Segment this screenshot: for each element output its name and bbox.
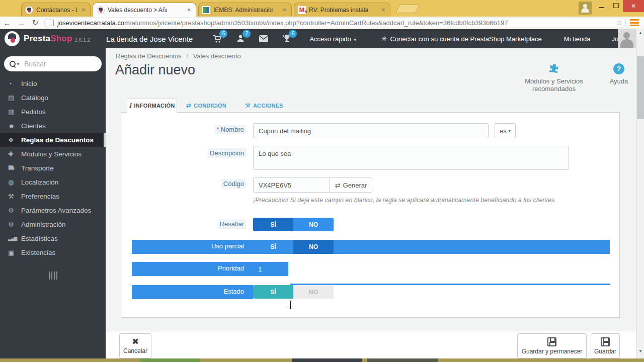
help-link[interactable]: ? Ayuda — [608, 61, 630, 85]
sidebar-item-localizacion[interactable]: ◍Localización — [0, 175, 106, 189]
sidebar-item-label: Administración — [21, 221, 66, 228]
tab-title: IEMBS: Administración: Us — [213, 7, 273, 14]
messages-icon[interactable] — [258, 33, 269, 44]
save-and-stay-button[interactable]: Guardar y permanecer — [517, 333, 587, 358]
browser-tab-contactanos[interactable]: Contáctanos - La tienda d ✕ — [21, 3, 91, 17]
scrollbar-thumb[interactable] — [637, 56, 644, 119]
sidebar-item-existencias[interactable]: ▣Existencias — [0, 245, 106, 259]
shop-name-link[interactable]: La tienda de Jose Vicente — [106, 35, 193, 43]
gear-icon: ⚙ — [8, 221, 21, 228]
nombre-input[interactable] — [253, 123, 489, 138]
window-close-button[interactable]: ✕ — [623, 0, 644, 12]
sidebar-item-administracion[interactable]: ⚙Administración — [0, 217, 106, 231]
breadcrumb-link-reglas[interactable]: Reglas de Descuentos — [116, 52, 182, 60]
estado-no-button[interactable]: NO — [293, 285, 334, 299]
url-text: josevicentecarratala.com/alumnos/jvicent… — [57, 19, 508, 27]
descripcion-label: Descripción — [131, 149, 246, 157]
modules-puzzle-icon: ✚ — [8, 150, 21, 158]
breadcrumb-link-vales[interactable]: Vales descuento — [193, 52, 241, 60]
recommended-modules-link[interactable]: Módulos y Servicios recomendados — [503, 61, 605, 93]
shuffle-icon: ⇄ — [186, 102, 191, 109]
uso-parcial-yes-button[interactable]: SÍ — [253, 240, 293, 254]
sidebar-item-clientes[interactable]: ☻Clientes — [0, 119, 106, 133]
uso-parcial-no-button[interactable]: NO — [293, 240, 334, 254]
descripcion-textarea[interactable]: Lo que sea — [253, 146, 569, 170]
tab-acciones[interactable]: ⚒ACCIONES — [245, 99, 283, 112]
prestashop-favicon-icon — [25, 6, 33, 14]
search-scope-caret-icon[interactable]: ▾ — [17, 62, 19, 66]
tab-close-icon[interactable]: ✕ — [380, 7, 386, 13]
sidebar-item-pedidos[interactable]: ▦Pedidos — [0, 105, 106, 119]
browser-tab-gmail[interactable]: M5 RV: Problemas instalación ✕ — [294, 3, 390, 17]
uso-parcial-switch: SÍ NO — [253, 240, 334, 254]
sidebar-item-estadisticas[interactable]: ▂▄▆Estadísticas — [0, 231, 106, 245]
tab-close-icon[interactable]: ✕ — [282, 7, 288, 13]
marketplace-link[interactable]: ✳Conectar con su cuenta de PrestaShop Ma… — [381, 35, 542, 43]
sidebar-item-label: Parámetros Avanzados — [21, 207, 91, 214]
tab-informacion[interactable]: iINFORMACIÓN — [127, 99, 177, 113]
sidebar-item-catalogo[interactable]: ▤Catálogo — [0, 90, 106, 105]
url-field[interactable]: josevicentecarratala.com/alumnos/jvicent… — [44, 18, 626, 28]
required-asterisk: * — [217, 126, 219, 133]
customers-icon[interactable]: 2 — [235, 33, 246, 44]
sidebar-item-label: Inicio — [21, 80, 37, 87]
dashboard-icon: ◔ — [8, 80, 21, 87]
back-icon[interactable]: ← — [0, 19, 14, 27]
resaltar-no-button[interactable]: NO — [293, 218, 334, 231]
scroll-up-icon[interactable]: ▲ — [636, 29, 644, 37]
scroll-down-icon[interactable]: ▼ — [636, 347, 644, 355]
window-restore-button[interactable] — [609, 0, 623, 11]
codigo-input[interactable] — [253, 177, 330, 193]
sidebar-item-preferencias[interactable]: ⚒Preferencias — [0, 189, 106, 203]
quick-access-menu[interactable]: Acceso rápido▼ — [309, 35, 357, 43]
sidebar-nav: ◔Inicio ▤Catálogo ▦Pedidos ☻Clientes ❖Re… — [0, 76, 106, 259]
search-input[interactable] — [23, 59, 78, 68]
cancel-button[interactable]: ✖ Cancelar — [119, 333, 151, 358]
sidebar-search[interactable]: ▾ — [4, 56, 102, 71]
gears-icon: ⚙ — [8, 207, 21, 214]
browser-tab-vales-descuento[interactable]: Vales descuento > Añadir ✕ — [93, 3, 196, 17]
bookmark-star-icon[interactable]: ☆ — [616, 19, 622, 27]
trophy-icon[interactable]: 6 — [281, 33, 292, 44]
generate-code-button[interactable]: ⇄Generar — [330, 177, 372, 193]
sidebar-item-parametros-avanzados[interactable]: ⚙Parámetros Avanzados — [0, 203, 106, 217]
my-shop-link[interactable]: Mi tienda — [564, 35, 591, 43]
sidebar-item-transporte[interactable]: ⛟Transporte — [0, 161, 106, 175]
browser-tab-iembs[interactable]: IEMBS: Administración: Us ✕ — [198, 3, 292, 17]
tab-close-icon[interactable]: ✕ — [80, 7, 87, 13]
prestashop-logo-icon[interactable] — [5, 31, 20, 46]
language-dropdown[interactable]: es▾ — [495, 123, 516, 138]
prioridad-label: Prioridad — [131, 264, 246, 272]
form-footer-bar: ✖ Cancelar Guardar y permanecer Guardar — [106, 331, 636, 358]
estado-yes-button[interactable]: SÍ — [253, 285, 293, 299]
resaltar-yes-button[interactable]: SÍ — [253, 218, 293, 231]
estado-selection-line — [290, 284, 610, 285]
user-avatar[interactable] — [618, 29, 636, 48]
prioridad-input[interactable]: 1 — [253, 262, 288, 276]
browser-menu-icon[interactable] — [629, 18, 640, 27]
sidebar-item-modulos[interactable]: ✚Módulos y Servicios — [0, 147, 106, 161]
info-icon: i — [129, 102, 132, 109]
reload-icon[interactable]: ↻ — [28, 18, 42, 27]
new-tab-button[interactable] — [395, 5, 420, 13]
cart-icon[interactable]: 6 — [212, 33, 223, 44]
gmail-favicon-icon: M5 — [298, 6, 306, 14]
save-button[interactable]: Guardar — [591, 333, 620, 358]
browser-tabstrip: Contáctanos - La tienda d ✕ Vales descue… — [0, 0, 644, 17]
customers-group-icon: ☻ — [8, 122, 21, 130]
sidebar-item-inicio[interactable]: ◔Inicio — [0, 76, 106, 90]
shuffle-icon: ⇄ — [335, 182, 341, 189]
sidebar-collapse-handle[interactable] — [0, 272, 106, 280]
tab-close-icon[interactable]: ✕ — [186, 7, 192, 13]
window-minimize-button[interactable] — [595, 0, 609, 11]
browser-profile-icon[interactable] — [579, 2, 592, 15]
screen: Contáctanos - La tienda d ✕ Vales descue… — [0, 0, 644, 362]
recommended-modules-label: Módulos y Servicios recomendados — [503, 77, 605, 93]
taskbar-segment — [367, 358, 438, 362]
taskbar-segment — [292, 358, 362, 362]
tab-condicion[interactable]: ⇄CONDICIÓN — [186, 99, 226, 112]
forward-icon[interactable]: → — [14, 19, 28, 27]
sidebar-item-reglas-de-descuentos[interactable]: ❖Reglas de Descuentos — [0, 133, 106, 147]
page-scrollbar[interactable]: ▲ ▼ — [636, 29, 644, 358]
sidebar-item-label: Localización — [21, 178, 58, 186]
